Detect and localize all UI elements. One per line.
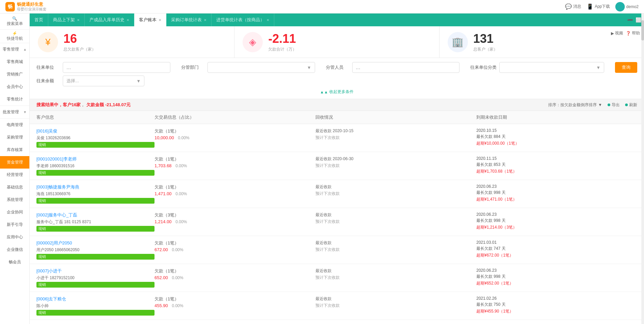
sort-label: 排序：按欠款金额倒序排序: [548, 102, 597, 108]
tab-products-close[interactable]: ✕: [77, 18, 80, 22]
header-overdue: 到期未收款日期: [476, 114, 637, 120]
refresh-btn[interactable]: 刷新: [625, 102, 637, 108]
tab-inbound-stats[interactable]: 进货单统计表（按商品） ✕: [212, 13, 274, 26]
search-button[interactable]: 查询: [615, 62, 637, 73]
table-header: 客户信息 欠交易信息（占比） 回收情况 到期未收款日期: [30, 111, 644, 124]
sidebar-item-retail-stats[interactable]: 零售统计: [0, 93, 29, 106]
payback-recent-0: 最近收款 2020-10-15: [315, 128, 476, 134]
sidebar-nav[interactable]: ⚡ 快捷导航: [0, 30, 29, 43]
stat-info-debt: -2.11 欠款合计（万）: [268, 32, 297, 52]
results-sort[interactable]: 排序：按欠款金额倒序排序 ▼: [548, 102, 602, 108]
main-content: 🔍 搜索菜单 ⚡ 快捷导航 零售管理 ▲ 零售商城 营销推广 会员中: [0, 13, 644, 324]
sidebar-item-member[interactable]: 会员中心: [0, 81, 29, 93]
customer-name-2[interactable]: [0003]畅捷服务尹海燕: [36, 184, 155, 190]
payback-recent-3: 最近收款: [315, 212, 476, 218]
payback-recent-6: 最近收款: [315, 296, 476, 302]
customer-info-6: [0006]去下粮仓 陈小帅 现销: [36, 296, 155, 316]
sidebar-item-wholesale-mgmt[interactable]: 批发管理 ▼: [0, 106, 29, 118]
customer-name-3[interactable]: [0002]服务中心_丁磊: [36, 212, 155, 218]
export-label: 导出: [612, 102, 620, 108]
customer-phone-3: 服务中心_丁磊 181 0125 8371: [36, 219, 155, 225]
export-dot: [608, 104, 610, 106]
customer-tag-6: 现销: [36, 310, 155, 316]
debt-count-2: 欠款（1笔）: [155, 184, 315, 190]
app-download-label: App下载: [595, 4, 610, 9]
overdue-link-0[interactable]: 超期¥10,000.00（1笔）: [476, 141, 637, 146]
tab-purchase-stats-label: 采购订单统计表: [171, 17, 202, 23]
customer-name-0[interactable]: [0016]吴俊: [36, 128, 155, 134]
payback-info-5: 最近收款 预计下次收款: [315, 268, 476, 281]
sidebar-item-enterprise[interactable]: 企业协同: [0, 206, 29, 218]
debt-amount-row-5: 652.00 0.00%: [155, 275, 315, 280]
overdue-link-3[interactable]: 超期¥1,214.00（3笔）: [476, 225, 637, 230]
balance-select[interactable]: 选择... ▼: [63, 76, 144, 86]
sidebar-item-vip[interactable]: 畅会员: [0, 256, 29, 268]
sidebar-item-wholesale-label: 批发管理: [3, 109, 19, 115]
person-input[interactable]: ...: [352, 62, 460, 73]
overdue-days-4: 最长欠款 747 天: [476, 246, 637, 252]
payback-next-3: 预计下次收款: [315, 219, 476, 225]
filter-col-dept: 分管部门 ▼: [181, 62, 320, 73]
help-btn[interactable]: ❓ 帮助: [626, 30, 640, 36]
overdue-link-6[interactable]: 超期¥455.90（1笔）: [476, 308, 637, 314]
company-subtitle: 母婴行业演示账套: [17, 7, 47, 11]
user-area[interactable]: demo2: [615, 2, 639, 11]
results-actions: 排序：按欠款金额倒序排序 ▼ 导出 刷新: [548, 102, 637, 108]
sidebar-item-retail-mgmt[interactable]: 零售管理 ▲: [0, 43, 29, 56]
sidebar-item-system[interactable]: 系统管理: [0, 194, 29, 206]
tab-purchase-stats[interactable]: 采购订单统计表 ✕: [166, 13, 212, 26]
tab-customer-account-label: 客户账本: [139, 17, 157, 23]
minimize-icon[interactable]: ➖: [627, 17, 633, 23]
sidebar-item-purchase-label: 采购管理: [7, 135, 23, 140]
sidebar-item-inventory[interactable]: 库存核算: [0, 144, 29, 156]
overdue-link-2[interactable]: 超期¥1,471.00（1笔）: [476, 197, 637, 202]
sidebar-item-guide[interactable]: 新手引导: [0, 218, 29, 231]
export-btn[interactable]: 导出: [608, 102, 620, 108]
sidebar-item-member-label: 会员中心: [7, 84, 23, 90]
sidebar-item-purchase[interactable]: 采购管理: [0, 131, 29, 144]
page-content: ¥ 16 总欠款客户（家） ◈ -2.11 欠款合计（万）: [30, 26, 644, 324]
sidebar-search[interactable]: 🔍 搜索菜单: [0, 13, 29, 30]
sidebar-item-marketing-label: 营销推广: [7, 71, 23, 77]
customer-name-5[interactable]: [0007]小进干: [36, 268, 155, 274]
tab-home[interactable]: 首页: [30, 13, 48, 26]
tab-products[interactable]: 商品上下架 ✕: [48, 13, 85, 26]
tab-inbound-stats-close[interactable]: ✕: [267, 18, 269, 22]
message-btn[interactable]: 💬 消息: [565, 3, 581, 10]
tab-production[interactable]: 产成品入库单历史 ✕: [85, 13, 134, 26]
sidebar-item-operations[interactable]: 经营管理: [0, 169, 29, 181]
tab-purchase-stats-close[interactable]: ✕: [204, 18, 206, 22]
sidebar-item-wechat[interactable]: 企业微信: [0, 243, 29, 256]
sidebar-item-retail-mall[interactable]: 零售商城: [0, 56, 29, 68]
sidebar-item-ecommerce[interactable]: 电商管理: [0, 119, 29, 131]
customer-name-4[interactable]: [000002]用户2050: [36, 240, 155, 246]
overdue-link-4[interactable]: 超期¥672.00（1笔）: [476, 253, 637, 258]
sidebar-item-app-center[interactable]: 应用中心: [0, 231, 29, 243]
dept-select[interactable]: ▼: [207, 62, 315, 73]
customer-name-6[interactable]: [0006]去下粮仓: [36, 296, 155, 302]
customer-name-1[interactable]: [0001020001]李老师: [36, 156, 155, 162]
debt-count-4: 欠款（1笔）: [155, 240, 315, 246]
scrollbar-thumb[interactable]: [641, 20, 644, 40]
tab-customer-account-close[interactable]: ✕: [159, 18, 161, 22]
debt-amount-6: 455.90: [155, 303, 168, 308]
from-unit-input[interactable]: ...: [63, 62, 170, 73]
video-btn[interactable]: ▶ 视频: [611, 30, 623, 36]
refresh-dot: [625, 104, 628, 106]
filter-col-unit-category: 往来单位分类 ▼: [470, 62, 610, 73]
maximize-icon[interactable]: ⬜: [636, 17, 641, 23]
sidebar-item-inventory-label: 库存核算: [7, 147, 23, 153]
unit-category-select[interactable]: ▼: [499, 62, 604, 73]
payback-next-5: 预计下次收款: [315, 275, 476, 281]
sidebar-item-marketing[interactable]: 营销推广: [0, 68, 29, 81]
debt-percent-0: 0.00%: [178, 136, 189, 140]
customer-tag-1: 现销: [36, 170, 155, 176]
sidebar-item-basic[interactable]: 基础信息: [0, 181, 29, 194]
tab-production-close[interactable]: ✕: [127, 18, 129, 22]
app-download-btn[interactable]: 📱 App下载: [587, 3, 610, 10]
tab-customer-account[interactable]: 客户账本 ✕: [134, 13, 166, 26]
overdue-link-1[interactable]: 超期¥1,703.68（1笔）: [476, 169, 637, 174]
collapse-btn[interactable]: ▲▲ 收起更多条件: [36, 89, 637, 95]
overdue-link-5[interactable]: 超期¥652.00（1笔）: [476, 281, 637, 286]
sidebar-item-finance[interactable]: 资金管理: [0, 156, 29, 169]
